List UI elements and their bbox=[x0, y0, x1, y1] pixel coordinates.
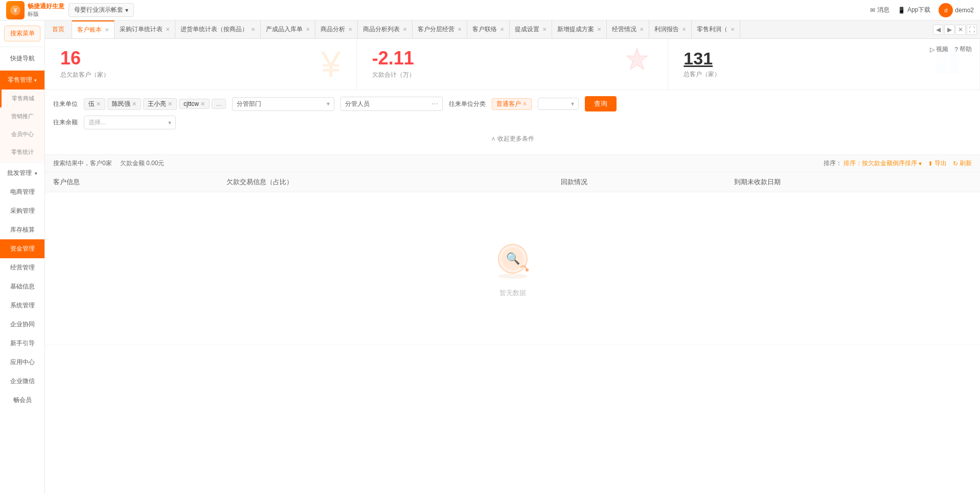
table-body: 🔍 暂无数据 bbox=[45, 192, 980, 345]
sidebar-item-app-center[interactable]: 应用中心 bbox=[0, 353, 44, 372]
data-table: 客户信息 欠款交易信息（占比） 回款情况 到期未收款日期 bbox=[45, 172, 980, 345]
tab-maximize-btn[interactable]: ⛶ bbox=[967, 25, 977, 35]
close-tab-12[interactable]: ✕ bbox=[682, 27, 686, 32]
close-tab-6[interactable]: ✕ bbox=[403, 27, 407, 32]
sidebar-item-marketing[interactable]: 营销推广 bbox=[0, 107, 44, 125]
close-tab-customer-ledger[interactable]: ✕ bbox=[105, 27, 109, 33]
balance-filter-label: 往来余额 bbox=[53, 118, 78, 127]
content-area: 首页 客户账本 ✕ 采购订单统计表 ✕ 进货单统计表（按商品） ✕ 产成品入库单… bbox=[45, 20, 980, 494]
tab-prev-btn[interactable]: ◀ bbox=[933, 25, 943, 35]
tab-profit-report[interactable]: 利润报告 ✕ bbox=[649, 20, 692, 38]
tab-add-commission-plan[interactable]: 新增提成方案 ✕ bbox=[552, 20, 607, 38]
sidebar-search-btn[interactable]: 搜索菜单 bbox=[4, 26, 40, 41]
logo-text: 畅捷通好生意 标版 bbox=[28, 3, 64, 18]
tab-close-all-btn[interactable]: ✕ bbox=[955, 25, 966, 35]
collapse-btn[interactable]: ∧ 收起更多条件 bbox=[487, 132, 538, 145]
table-header-row: 客户信息 欠款交易信息（占比） 回款情况 到期未收款日期 bbox=[45, 172, 980, 192]
tab-customer-ledger[interactable]: 客户账本 ✕ bbox=[72, 20, 115, 38]
sidebar-item-retail-mgmt[interactable]: 零售管理 ▾ bbox=[0, 71, 44, 89]
svg-text:¥: ¥ bbox=[14, 7, 17, 13]
close-tab-9[interactable]: ✕ bbox=[542, 27, 546, 32]
close-tab-11[interactable]: ✕ bbox=[640, 27, 644, 32]
stat-label-debt: 欠款合计（万） bbox=[372, 71, 415, 79]
person-filter[interactable]: 分管人员 ··· bbox=[340, 97, 443, 111]
video-help-btn[interactable]: ▷ 视频 bbox=[930, 45, 948, 54]
tab-next-btn[interactable]: ▶ bbox=[944, 25, 954, 35]
sidebar-item-operation-mgmt[interactable]: 经营管理 bbox=[0, 258, 44, 277]
tab-finished-product-inbound[interactable]: 产成品入库单 ✕ bbox=[261, 20, 315, 38]
unit-type-tags: 普通客户 ✕ bbox=[492, 98, 532, 110]
sidebar-item-wholesale-mgmt[interactable]: 批发管理 ▾ bbox=[0, 164, 44, 183]
unit-type-select[interactable]: ▾ bbox=[538, 98, 579, 110]
sidebar-item-enterprise-collab[interactable]: 企业协同 bbox=[0, 315, 44, 334]
remove-type-tag[interactable]: ✕ bbox=[522, 101, 527, 107]
close-tab-10[interactable]: ✕ bbox=[597, 27, 601, 32]
unit-filter-label: 往来单位 bbox=[53, 100, 78, 108]
sidebar-item-member-center[interactable]: 会员中心 bbox=[0, 125, 44, 143]
tab-business-status[interactable]: 经营情况 ✕ bbox=[607, 20, 649, 38]
sidebar-item-ecom-mgmt[interactable]: 电商管理 bbox=[0, 183, 44, 201]
help-btn[interactable]: ? 帮助 bbox=[954, 45, 972, 54]
refresh-btn[interactable]: ↻ 刷新 bbox=[953, 159, 972, 168]
logo-area: ¥ 畅捷通好生意 标版 bbox=[6, 1, 64, 19]
more-tags-btn[interactable]: ... bbox=[212, 99, 226, 109]
app-download-btn[interactable]: 📱 App下载 bbox=[898, 6, 930, 14]
sidebar-item-retail-stats[interactable]: 零售统计 bbox=[0, 143, 44, 161]
page-content: 16 总欠款客户（家） ¥ -2.11 欠款合计（万） 131 总客户（家） bbox=[45, 39, 980, 494]
remove-tag-wu[interactable]: ✕ bbox=[96, 101, 101, 107]
stats-row: 16 总欠款客户（家） ¥ -2.11 欠款合计（万） 131 总客户（家） bbox=[45, 39, 980, 90]
tab-inbound-stats-by-product[interactable]: 进货单统计表（按商品） ✕ bbox=[175, 20, 261, 38]
remove-tag-cjttcw[interactable]: ✕ bbox=[200, 101, 205, 107]
svg-point-16 bbox=[526, 268, 529, 272]
close-tab-8[interactable]: ✕ bbox=[500, 27, 504, 32]
sidebar-item-basic-info[interactable]: 基础信息 bbox=[0, 277, 44, 296]
user-menu[interactable]: d demo2 bbox=[939, 3, 974, 17]
person-filter-dots[interactable]: ··· bbox=[431, 99, 438, 108]
collapse-section: ∧ 收起更多条件 bbox=[53, 129, 972, 148]
sidebar-item-retail-mall[interactable]: 零售商城 bbox=[0, 89, 44, 107]
tab-retail-profit[interactable]: 零售利润（ ✕ bbox=[692, 20, 740, 38]
svg-rect-6 bbox=[938, 61, 941, 63]
tab-bar: 首页 客户账本 ✕ 采购订单统计表 ✕ 进货单统计表（按商品） ✕ 产成品入库单… bbox=[45, 20, 980, 39]
remove-tag-chen[interactable]: ✕ bbox=[132, 101, 136, 107]
demo-select[interactable]: 母婴行业演示帐套 ▾ bbox=[69, 3, 134, 17]
export-btn[interactable]: ⬆ 导出 bbox=[928, 159, 947, 168]
dept-filter[interactable]: 分管部门 ▾ bbox=[232, 97, 334, 111]
tab-customer-tier-mgmt[interactable]: 客户分层经营 ✕ bbox=[413, 20, 467, 38]
sidebar-item-chang-member[interactable]: 畅会员 bbox=[0, 391, 44, 410]
sidebar-item-system-mgmt[interactable]: 系统管理 bbox=[0, 296, 44, 315]
close-tab-2[interactable]: ✕ bbox=[166, 27, 170, 32]
query-button[interactable]: 查询 bbox=[585, 96, 617, 111]
tab-product-analysis-list[interactable]: 商品分析列表 ✕ bbox=[358, 20, 413, 38]
stat-label-total: 总客户（家） bbox=[683, 70, 720, 79]
close-tab-4[interactable]: ✕ bbox=[306, 27, 310, 32]
balance-select[interactable]: 选择... ▾ bbox=[84, 116, 176, 129]
page-top-right: ▷ 视频 ? 帮助 bbox=[930, 45, 972, 54]
sort-select[interactable]: 排序： 排序：按欠款金额倒序排序 ▾ bbox=[824, 159, 922, 168]
remove-tag-wang[interactable]: ✕ bbox=[168, 101, 172, 107]
avatar: d bbox=[939, 3, 953, 17]
svg-point-12 bbox=[498, 274, 527, 279]
tab-commission-settings[interactable]: 提成设置 ✕ bbox=[510, 20, 552, 38]
sidebar-item-quicknav[interactable]: 快捷导航 bbox=[0, 50, 44, 67]
top-bar: ¥ 畅捷通好生意 标版 母婴行业演示帐套 ▾ ✉ 消息 📱 App下载 d de… bbox=[0, 0, 980, 20]
sidebar-item-stock-check[interactable]: 库存核算 bbox=[0, 220, 44, 239]
empty-state-row: 🔍 暂无数据 bbox=[45, 192, 980, 345]
sidebar-item-finance-mgmt[interactable]: 资金管理 bbox=[0, 239, 44, 258]
close-tab-13[interactable]: ✕ bbox=[731, 27, 735, 32]
messages-btn[interactable]: ✉ 消息 bbox=[870, 6, 890, 14]
tab-home[interactable]: 首页 bbox=[45, 20, 72, 38]
tab-customer-contact[interactable]: 客户联络 ✕ bbox=[467, 20, 510, 38]
close-tab-5[interactable]: ✕ bbox=[348, 27, 352, 32]
search-result-count: 搜索结果中，客户0家 bbox=[53, 159, 112, 168]
sidebar-item-purchase-mgmt[interactable]: 采购管理 bbox=[0, 201, 44, 220]
sidebar-item-new-guide[interactable]: 新手引导 bbox=[0, 334, 44, 353]
close-tab-3[interactable]: ✕ bbox=[251, 27, 255, 32]
sidebar-item-enterprise-wechat[interactable]: 企业微信 bbox=[0, 372, 44, 391]
svg-rect-5 bbox=[942, 56, 945, 59]
filter-row-1: 往来单位 伍 ✕ 陈民强 ✕ 王小亮 ✕ bbox=[53, 96, 972, 111]
filter-tags: 伍 ✕ 陈民强 ✕ 王小亮 ✕ cjttcw ✕ bbox=[84, 98, 226, 110]
tab-product-analysis[interactable]: 商品分析 ✕ bbox=[315, 20, 358, 38]
close-tab-7[interactable]: ✕ bbox=[458, 27, 462, 32]
tab-purchase-order-stats[interactable]: 采购订单统计表 ✕ bbox=[115, 20, 175, 38]
